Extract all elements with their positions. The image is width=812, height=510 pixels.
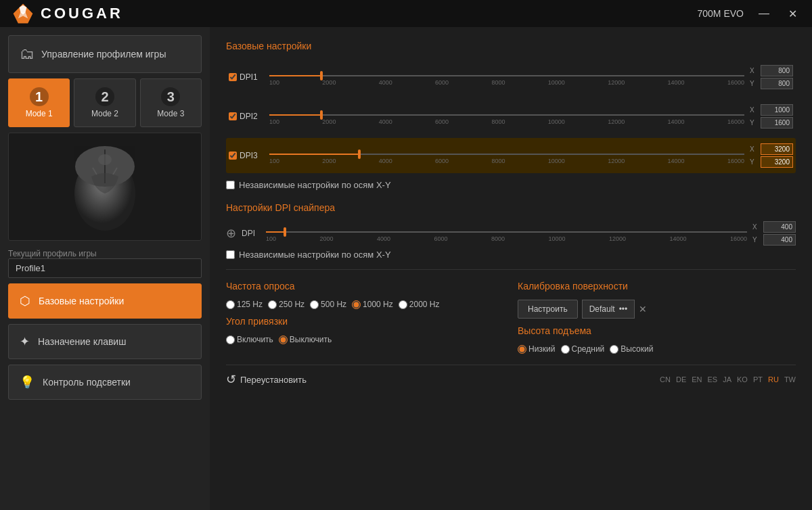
sniper-independent-xy-checkbox[interactable] xyxy=(226,250,235,259)
dpi1-checkbox[interactable] xyxy=(229,73,237,81)
sniper-title: Настройки DPI снайпера xyxy=(226,202,796,213)
nav-basic-settings-button[interactable]: ⬡ Базовые настройки xyxy=(8,283,202,319)
polling-250-radio[interactable] xyxy=(268,300,277,309)
dpi1-y-row: Y xyxy=(750,78,793,89)
polling-500-label[interactable]: 500 Hz xyxy=(310,300,346,309)
independent-xy-label: Независимые настройки по осям X-Y xyxy=(239,180,391,190)
dpi2-x-input[interactable] xyxy=(761,104,793,116)
sniper-thumb[interactable] xyxy=(284,227,286,237)
mode-3-label: Mode 3 xyxy=(157,109,184,118)
dpi2-track xyxy=(269,114,744,116)
lift-title: Высота подъема xyxy=(518,325,796,336)
dpi3-y-row: Y xyxy=(750,156,793,168)
dpi3-checkbox[interactable] xyxy=(229,152,237,160)
lang-cn[interactable]: CN xyxy=(660,375,671,384)
dpi3-fill xyxy=(269,154,359,155)
nav-key-assignment-button[interactable]: ✦ Назначение клавиш xyxy=(8,324,202,359)
dpi2-y-label: Y xyxy=(750,119,758,126)
reset-button[interactable]: ↺ Переустановить xyxy=(226,372,307,387)
lift-mid-radio[interactable] xyxy=(561,345,570,354)
dpi1-y-label: Y xyxy=(750,80,758,87)
polling-1000-label[interactable]: 1000 Hz xyxy=(352,300,393,309)
angle-section: Угол привязки Включить Выключить xyxy=(226,316,504,344)
polling-radio-group: 125 Hz 250 Hz 500 Hz 1000 Hz xyxy=(226,300,504,309)
sniper-row: ⊕ DPI 1002000400060008000100001200014000… xyxy=(226,221,796,246)
lift-high-label[interactable]: Высокий xyxy=(610,344,653,354)
angle-off-radio[interactable] xyxy=(279,335,288,344)
nav-lighting-label: Контроль подсветки xyxy=(43,377,131,388)
polling-2000-radio[interactable] xyxy=(399,300,407,309)
dpi3-thumb[interactable] xyxy=(358,149,361,159)
polling-125-label[interactable]: 125 Hz xyxy=(226,300,263,309)
lang-ko[interactable]: KO xyxy=(737,375,748,384)
mode-1-button[interactable]: 1 Mode 1 xyxy=(8,78,70,127)
calibration-close-icon[interactable]: ✕ xyxy=(639,304,647,315)
dpi2-slider[interactable]: 100200040006000800010000120001400016000 xyxy=(269,108,744,125)
nav-lighting-icon: 💡 xyxy=(20,375,35,390)
polling-500-radio[interactable] xyxy=(310,300,319,309)
dpi2-thumb[interactable] xyxy=(320,110,323,120)
dpi1-x-input[interactable] xyxy=(761,65,793,76)
lift-low-label[interactable]: Низкий xyxy=(518,344,556,354)
dpi1-checkbox-group: DPI1 xyxy=(229,72,264,82)
dpi2-label: DPI2 xyxy=(240,112,258,121)
content-area: Базовые настройки DPI1 10020004000600080… xyxy=(210,27,812,510)
mode-1-number: 1 xyxy=(30,87,49,106)
sniper-slider[interactable]: 100200040006000800010000120001400016000 xyxy=(266,225,747,242)
lang-ja[interactable]: JA xyxy=(723,375,731,384)
dpi1-y-input[interactable] xyxy=(761,78,793,89)
dpi3-x-input[interactable] xyxy=(761,143,793,155)
angle-off-label[interactable]: Выключить xyxy=(279,335,332,344)
lift-radio-group: Низкий Средний Высокий xyxy=(518,344,796,354)
lang-en[interactable]: EN xyxy=(692,375,702,384)
calibrate-button[interactable]: Настроить xyxy=(518,300,578,319)
dpi1-thumb[interactable] xyxy=(320,71,323,80)
calibration-row: Настроить Default ••• ✕ xyxy=(518,300,796,319)
independent-xy-check: Независимые настройки по осям X-Y xyxy=(226,180,796,190)
independent-xy-checkbox[interactable] xyxy=(226,181,235,189)
dpi2-labels: 100200040006000800010000120001400016000 xyxy=(269,118,744,125)
sniper-independent-xy-check: Независимые настройки по осям X-Y xyxy=(226,250,796,260)
surface-select[interactable]: Default ••• xyxy=(582,300,635,319)
lang-de[interactable]: DE xyxy=(676,375,686,384)
nav-basic-settings-label: Базовые настройки xyxy=(39,296,124,306)
dpi2-checkbox[interactable] xyxy=(229,112,237,120)
lang-es[interactable]: ES xyxy=(708,375,718,384)
mode-2-button[interactable]: 2 Mode 2 xyxy=(74,78,135,127)
lift-mid-label[interactable]: Средний xyxy=(561,344,605,354)
dpi3-slider[interactable]: 100200040006000800010000120001400016000 xyxy=(269,147,744,164)
lift-high-radio[interactable] xyxy=(610,345,618,354)
polling-title: Частота опроса xyxy=(226,281,504,292)
angle-on-label[interactable]: Включить xyxy=(226,335,273,344)
minimize-button[interactable]: — xyxy=(754,6,773,21)
svg-point-4 xyxy=(98,154,112,165)
dpi1-slider[interactable]: 100200040006000800010000120001400016000 xyxy=(269,68,744,86)
polling-1000-radio[interactable] xyxy=(352,300,361,309)
dpi3-y-input[interactable] xyxy=(761,156,793,168)
mode-3-button[interactable]: 3 Mode 3 xyxy=(140,78,202,127)
dpi2-row: DPI2 10020004000600080001000012000140001… xyxy=(226,99,796,134)
sniper-x-input[interactable] xyxy=(763,221,796,233)
title-bar-right: 700M EVO — ✕ xyxy=(698,6,801,22)
profile-input[interactable] xyxy=(8,258,202,278)
dpi2-y-input[interactable] xyxy=(761,117,793,129)
calibration-title: Калибровка поверхности xyxy=(518,281,796,292)
lift-section: Высота подъема Низкий Средний Высокий xyxy=(518,325,796,354)
polling-250-label[interactable]: 250 Hz xyxy=(268,300,304,309)
polling-125-radio[interactable] xyxy=(226,300,235,309)
angle-on-radio[interactable] xyxy=(226,335,235,344)
polling-2000-label[interactable]: 2000 Hz xyxy=(399,300,440,309)
nav-lighting-button[interactable]: 💡 Контроль подсветки xyxy=(8,365,202,400)
lang-tw[interactable]: TW xyxy=(784,375,796,384)
profile-management-button[interactable]: 🗂 Управление профилем игры xyxy=(8,35,202,73)
dpi1-fill xyxy=(269,75,321,76)
sniper-y-input[interactable] xyxy=(763,234,796,246)
lang-pt[interactable]: PT xyxy=(753,375,763,384)
sniper-independent-xy-label: Независимые настройки по осям X-Y xyxy=(239,250,391,260)
lang-ru[interactable]: RU xyxy=(768,375,779,384)
dpi3-label: DPI3 xyxy=(240,151,258,160)
brand-name: COUGAR xyxy=(41,5,123,22)
close-button[interactable]: ✕ xyxy=(784,6,801,22)
dpi1-row: DPI1 10020004000600080001000012000140001… xyxy=(226,60,796,95)
lift-low-radio[interactable] xyxy=(518,345,526,354)
